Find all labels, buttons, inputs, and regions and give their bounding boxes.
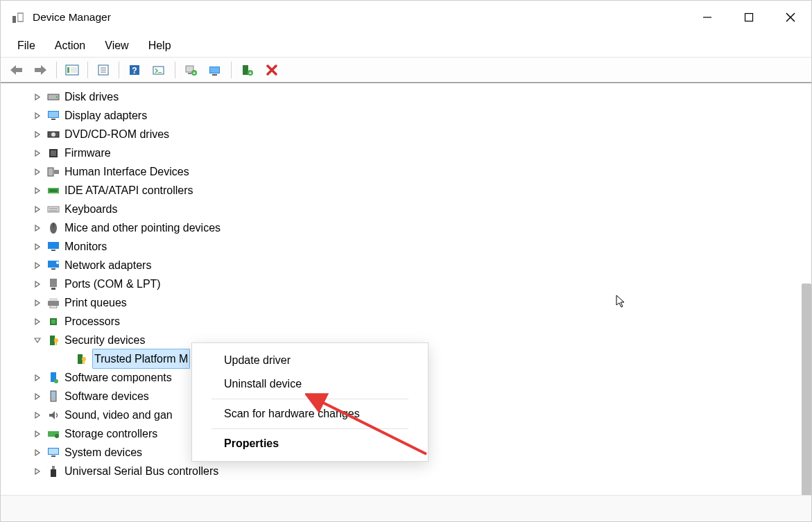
svg-rect-57 xyxy=(50,306,57,308)
tree-item-label: Processors xyxy=(64,312,120,331)
svg-rect-43 xyxy=(48,207,59,212)
chevron-right-icon[interactable] xyxy=(33,429,42,439)
svg-point-71 xyxy=(55,434,59,438)
tree-item-ide-ata-atapi-controllers[interactable]: IDE ATA/ATAPI controllers xyxy=(5,181,811,200)
tree-item-firmware[interactable]: Firmware xyxy=(5,143,811,162)
forward-button[interactable] xyxy=(30,59,52,81)
chevron-right-icon[interactable] xyxy=(33,279,42,289)
tree-item-label: Keyboards xyxy=(64,200,118,218)
chevron-right-icon[interactable] xyxy=(33,317,42,327)
toolbar-separator xyxy=(56,62,57,78)
uninstall-device-button[interactable] xyxy=(261,59,283,81)
tree-item-ports-com-lpt-[interactable]: Ports (COM & LPT) xyxy=(5,275,811,293)
tree-item-label: Software components xyxy=(64,368,172,387)
tree-item-display-adapters[interactable]: Display adapters xyxy=(5,106,811,125)
tree-item-label: Disk drives xyxy=(64,87,119,106)
tree-item-dvd-cd-rom-drives[interactable]: DVD/CD-ROM drives xyxy=(5,125,811,143)
scan-hardware-button[interactable] xyxy=(148,59,171,81)
menu-action[interactable]: Action xyxy=(45,35,95,56)
maximize-button[interactable] xyxy=(728,1,770,34)
chevron-right-icon[interactable] xyxy=(33,467,42,476)
add-legacy-hardware-button[interactable] xyxy=(205,59,227,81)
tree-item-keyboards[interactable]: Keyboards xyxy=(5,200,811,218)
chevron-right-icon[interactable] xyxy=(33,130,42,139)
chevron-right-icon[interactable] xyxy=(33,448,42,458)
tree-item-processors[interactable]: Processors xyxy=(5,312,811,331)
tree-item-label: Print queues xyxy=(64,293,127,312)
chevron-right-icon[interactable] xyxy=(33,111,42,121)
tree-item-mice-and-other-pointing-devices[interactable]: Mice and other pointing devices xyxy=(5,218,811,237)
ctx-separator xyxy=(211,399,408,399)
svg-rect-25 xyxy=(243,65,248,75)
security-icon xyxy=(74,352,88,366)
chevron-right-icon[interactable] xyxy=(33,167,42,177)
help-button[interactable]: ? xyxy=(123,59,146,81)
tree-item-label: Storage controllers xyxy=(64,424,157,443)
printer-icon xyxy=(46,296,60,310)
system-icon xyxy=(46,446,60,460)
network-icon xyxy=(46,259,60,272)
svg-text:+: + xyxy=(249,71,252,76)
svg-rect-59 xyxy=(51,320,55,324)
chevron-down-icon[interactable] xyxy=(33,336,42,345)
chevron-right-icon[interactable] xyxy=(33,410,42,420)
scrollbar-thumb[interactable] xyxy=(802,284,811,495)
chevron-right-icon[interactable] xyxy=(33,223,42,233)
chevron-right-icon[interactable] xyxy=(33,148,42,158)
tree-item-print-queues[interactable]: Print queues xyxy=(5,293,811,312)
tree-item-label: Security devices xyxy=(64,331,146,349)
tree-item-network-adapters[interactable]: Network adapters xyxy=(5,256,811,275)
firmware-icon xyxy=(46,146,60,160)
storage-icon xyxy=(46,427,60,441)
svg-rect-0 xyxy=(12,16,16,23)
window-controls xyxy=(686,1,811,34)
tree-item-label: Software devices xyxy=(64,387,149,406)
enable-device-button[interactable]: + xyxy=(236,59,258,81)
tree-item-label: Network adapters xyxy=(64,256,151,275)
menu-view[interactable]: View xyxy=(95,35,138,56)
chevron-right-icon[interactable] xyxy=(33,205,42,214)
tree-item-label: IDE ATA/ATAPI controllers xyxy=(64,181,193,200)
ctx-uninstall-device[interactable]: Uninstall device xyxy=(192,372,428,396)
chevron-right-icon[interactable] xyxy=(33,186,42,195)
show-hide-console-button[interactable] xyxy=(61,59,83,81)
back-button[interactable] xyxy=(5,59,27,81)
update-driver-button[interactable]: + xyxy=(180,59,202,81)
ctx-update-driver[interactable]: Update driver xyxy=(192,349,428,372)
properties-button[interactable] xyxy=(92,59,114,81)
menu-file[interactable]: File xyxy=(8,35,45,56)
chevron-right-icon[interactable] xyxy=(33,92,42,102)
tree-item-disk-drives[interactable]: Disk drives xyxy=(5,87,811,106)
tree-item-human-interface-devices[interactable]: Human Interface Devices xyxy=(5,162,811,181)
svg-rect-63 xyxy=(78,354,83,364)
window-title: Device Manager xyxy=(33,11,111,24)
minimize-button[interactable] xyxy=(686,1,728,34)
chevron-right-icon[interactable] xyxy=(33,392,42,401)
toolbar-separator xyxy=(119,62,119,78)
toolbar-separator xyxy=(231,62,232,78)
tree-item-universal-serial-bus-controllers[interactable]: Universal Serial Bus controllers xyxy=(5,462,811,480)
chevron-right-icon[interactable] xyxy=(33,242,42,252)
svg-rect-56 xyxy=(48,301,59,306)
close-button[interactable] xyxy=(770,1,811,34)
swcomp-icon xyxy=(46,371,60,385)
chevron-right-icon[interactable] xyxy=(33,261,42,270)
svg-text:?: ? xyxy=(132,66,137,76)
tree-item-monitors[interactable]: Monitors xyxy=(5,237,811,256)
tree-item-label: Trusted Platform M xyxy=(92,349,190,369)
svg-rect-19 xyxy=(188,73,191,74)
ctx-scan-hardware[interactable]: Scan for hardware changes xyxy=(192,402,428,426)
menu-help[interactable]: Help xyxy=(139,35,181,56)
svg-rect-38 xyxy=(51,150,56,156)
tree-item-label: Human Interface Devices xyxy=(64,162,189,181)
caret-spacer xyxy=(60,354,70,364)
svg-rect-69 xyxy=(52,392,55,397)
svg-rect-51 xyxy=(51,268,55,270)
svg-rect-75 xyxy=(52,466,55,469)
sound-icon xyxy=(46,408,60,422)
ctx-separator xyxy=(211,428,408,429)
cpu-icon xyxy=(46,315,60,329)
chevron-right-icon[interactable] xyxy=(33,298,42,308)
chevron-right-icon[interactable] xyxy=(33,373,42,383)
ctx-properties[interactable]: Properties xyxy=(192,432,428,455)
